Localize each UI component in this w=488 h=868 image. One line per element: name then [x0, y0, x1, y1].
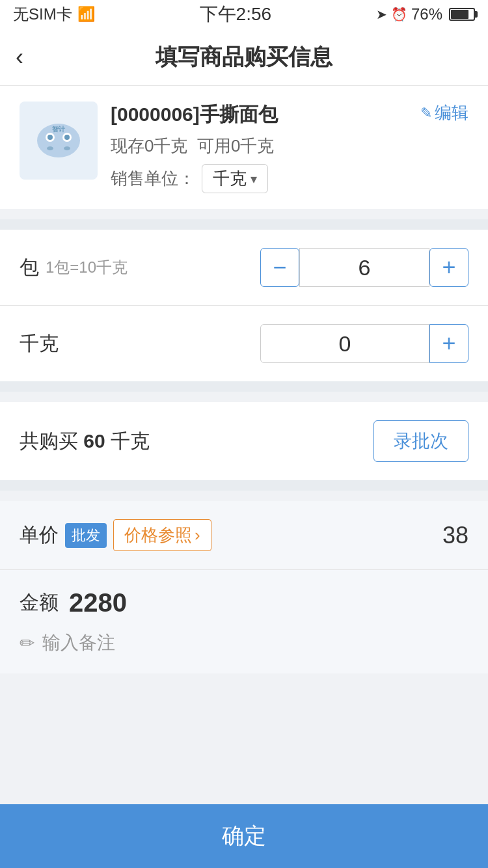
- svg-point-6: [64, 146, 70, 150]
- price-reference-button[interactable]: 价格参照 ›: [113, 519, 211, 551]
- amount-section: 金额 2280 ✏ 输入备注: [0, 570, 488, 673]
- svg-point-5: [47, 146, 53, 150]
- time-label: 下午2:56: [200, 2, 272, 27]
- amount-label: 金额: [20, 590, 59, 616]
- svg-point-4: [64, 135, 70, 140]
- alarm-icon: ⏰: [391, 7, 407, 22]
- dropdown-arrow-icon: ▾: [251, 171, 257, 187]
- confirm-button[interactable]: 确定: [0, 804, 488, 868]
- product-image: 智计: [20, 102, 98, 180]
- product-info: [0000006]手撕面包 现存0千克 可用0千克 销售单位： 千克 ▾: [111, 102, 468, 193]
- unit-select[interactable]: 千克 ▾: [202, 164, 268, 193]
- amount-value: 2280: [69, 588, 127, 617]
- status-bar: 无SIM卡 📶 下午2:56 ➤ ⏰ 76%: [0, 0, 488, 29]
- product-stock: 现存0千克 可用0千克: [111, 135, 468, 157]
- status-right: ➤ ⏰ 76%: [376, 5, 475, 23]
- product-logo-icon: 智计: [36, 121, 81, 160]
- section-separator-3: [0, 480, 488, 491]
- batch-button[interactable]: 录批次: [373, 420, 468, 462]
- carrier-label: 无SIM卡: [13, 4, 72, 25]
- page-title: 填写商品购买信息: [156, 42, 332, 72]
- remark-row[interactable]: ✏ 输入备注: [20, 631, 468, 655]
- bag-hint: 1包=10千克: [46, 257, 128, 278]
- kg-increment-button[interactable]: +: [429, 324, 468, 363]
- kg-label: 千克: [20, 331, 59, 357]
- edit-button[interactable]: ✎ 编辑: [420, 102, 468, 124]
- svg-point-3: [47, 135, 53, 140]
- back-button[interactable]: ‹: [16, 44, 23, 71]
- section-separator: [0, 219, 488, 230]
- kg-input-section: 千克 +: [0, 306, 488, 381]
- product-name: [0000006]手撕面包: [111, 102, 468, 128]
- kg-input-control: +: [260, 324, 468, 363]
- bag-label: 包 1包=10千克: [20, 254, 128, 281]
- edit-icon: ✎: [420, 105, 432, 122]
- product-card: 智计 [0000006]手撕面包 现存0千克 可用0千克 销售单位： 千克 ▾ …: [0, 86, 488, 209]
- bag-input-section: 包 1包=10千克 − +: [0, 230, 488, 305]
- remark-label: 输入备注: [42, 631, 115, 655]
- battery-label: 76%: [411, 5, 442, 23]
- nav-bar: ‹ 填写商品购买信息: [0, 29, 488, 86]
- wifi-icon: 📶: [77, 6, 95, 23]
- price-row: 单价 批发 价格参照 › 38: [0, 501, 488, 570]
- section-separator-2: [0, 381, 488, 392]
- price-value: 38: [442, 522, 468, 549]
- price-section: 单价 批发 价格参照 › 38: [0, 501, 488, 570]
- kg-quantity-input[interactable]: [260, 324, 429, 363]
- bag-increment-button[interactable]: +: [429, 248, 468, 287]
- bag-input-control: − +: [260, 248, 468, 287]
- bag-input-row: 包 1包=10千克 − +: [20, 230, 468, 305]
- product-unit: 销售单位： 千克 ▾: [111, 164, 468, 193]
- svg-text:智计: 智计: [51, 126, 66, 133]
- kg-input-row: 千克 +: [20, 306, 468, 381]
- bag-decrement-button[interactable]: −: [260, 248, 299, 287]
- pencil-icon: ✏: [20, 632, 34, 654]
- chevron-right-icon: ›: [195, 525, 200, 545]
- price-label: 单价 批发 价格参照 ›: [20, 519, 211, 551]
- status-left: 无SIM卡 📶: [13, 4, 95, 25]
- total-row: 共购买 60 千克 录批次: [0, 402, 488, 480]
- total-text: 共购买 60 千克: [20, 428, 150, 455]
- amount-row: 金额 2280: [20, 588, 468, 617]
- bag-quantity-input[interactable]: [299, 248, 429, 287]
- location-icon: ➤: [376, 7, 387, 22]
- battery-icon: [449, 8, 475, 21]
- price-type-tag: 批发: [65, 523, 107, 548]
